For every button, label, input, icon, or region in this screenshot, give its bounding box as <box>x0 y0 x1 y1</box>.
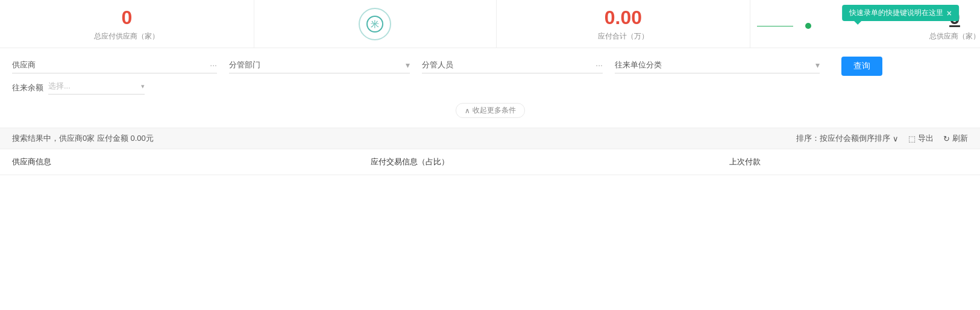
person-more-icon[interactable]: ··· <box>595 60 603 70</box>
balance-filter-label: 往来余额 <box>12 82 43 93</box>
result-summary: 搜索结果中，供应商0家 应付金额 0.00元 <box>12 133 154 144</box>
person-filter-label: 分管人员 <box>422 60 453 70</box>
dept-filter-label: 分管部门 <box>229 60 260 70</box>
collapse-label: 收起更多条件 <box>473 105 516 116</box>
person-filter-group: 分管人员 ··· <box>422 60 603 73</box>
payable-suppliers-stat: 0 总应付供应商（家） <box>0 0 254 48</box>
total-suppliers-label: 总供应商（家） <box>929 31 980 42</box>
payable-suppliers-label: 总应付供应商（家） <box>94 31 159 42</box>
coin-icon: 米 <box>359 8 391 40</box>
icon-area: 米 <box>254 0 497 48</box>
coin-svg-icon: 米 <box>365 14 385 34</box>
unit-class-input[interactable] <box>667 60 820 69</box>
tooltip-bubble: 快速录单的快捷键说明在这里 × <box>842 5 959 21</box>
sort-chevron-icon: ∨ <box>893 134 899 143</box>
connector-line <box>757 26 793 26</box>
connector-dot <box>805 23 811 29</box>
sort-label: 排序：按应付会额倒序排序 <box>796 133 890 144</box>
supplier-input[interactable] <box>47 60 217 69</box>
filter-row-2: 往来余额 选择... ▾ <box>12 81 968 95</box>
balance-placeholder: 选择... <box>48 81 136 91</box>
payable-amount-stat: 0.00 应付合计（万） <box>497 0 751 48</box>
person-input[interactable] <box>458 60 603 69</box>
sort-button[interactable]: 排序：按应付会额倒序排序 ∨ <box>796 133 899 144</box>
supplier-filter-group: 供应商 ··· <box>12 60 217 73</box>
balance-select[interactable]: 选择... ▾ <box>48 81 145 95</box>
refresh-label: 刷新 <box>952 133 968 144</box>
unit-class-chevron-icon[interactable]: ▾ <box>815 60 820 70</box>
dept-chevron-icon[interactable]: ▾ <box>406 60 410 70</box>
filter-area: 供应商 ··· 分管部门 ▾ 分管人员 ··· 往来单位分类 ▾ 查询 往来余额… <box>0 48 980 128</box>
tooltip-close-btn[interactable]: × <box>947 8 952 18</box>
refresh-icon: ↻ <box>943 134 950 143</box>
collapse-button[interactable]: ∧ 收起更多条件 <box>456 103 525 118</box>
right-section: 快速录单的快捷键说明在这里 × 0 总供应商（家） <box>750 0 980 48</box>
tooltip-text: 快速录单的快捷键说明在这里 <box>849 8 943 18</box>
collapse-icon: ∧ <box>465 107 470 115</box>
refresh-button[interactable]: ↻ 刷新 <box>943 133 968 144</box>
col-payment-header: 上次付款 <box>729 157 969 167</box>
dept-filter-group: 分管部门 ▾ <box>229 60 410 73</box>
dept-input[interactable] <box>265 60 410 69</box>
svg-text:米: 米 <box>371 19 379 29</box>
unit-class-label: 往来单位分类 <box>615 60 662 70</box>
payable-amount-value: 0.00 <box>605 6 642 29</box>
supplier-more-icon[interactable]: ··· <box>210 60 217 70</box>
table-header: 供应商信息 应付交易信息（占比） 上次付款 <box>0 149 980 175</box>
balance-chevron-icon: ▾ <box>141 82 145 90</box>
payable-suppliers-count: 0 <box>121 6 132 29</box>
export-button[interactable]: ⬚ 导出 <box>908 133 934 144</box>
col-transaction-header: 应付交易信息（占比） <box>371 157 729 167</box>
collapse-bar: ∧ 收起更多条件 <box>12 99 968 124</box>
unit-class-filter-group: 往来单位分类 ▾ <box>615 60 820 73</box>
export-label: 导出 <box>918 133 934 144</box>
stats-bar: 0 总应付供应商（家） 米 0.00 应付合计（万） 快速录单的快捷键说明在这里… <box>0 0 980 48</box>
result-actions: 排序：按应付会额倒序排序 ∨ ⬚ 导出 ↻ 刷新 <box>796 133 968 144</box>
col-supplier-header: 供应商信息 <box>12 157 371 167</box>
tooltip-connector <box>757 23 811 29</box>
content-area <box>0 175 980 310</box>
payable-amount-label: 应付合计（万） <box>598 31 649 42</box>
export-icon: ⬚ <box>908 134 916 143</box>
supplier-filter-label: 供应商 <box>12 60 42 70</box>
result-bar: 搜索结果中，供应商0家 应付金额 0.00元 排序：按应付会额倒序排序 ∨ ⬚ … <box>0 128 980 149</box>
query-button[interactable]: 查询 <box>841 57 882 76</box>
filter-row-1: 供应商 ··· 分管部门 ▾ 分管人员 ··· 往来单位分类 ▾ 查询 <box>12 57 968 76</box>
